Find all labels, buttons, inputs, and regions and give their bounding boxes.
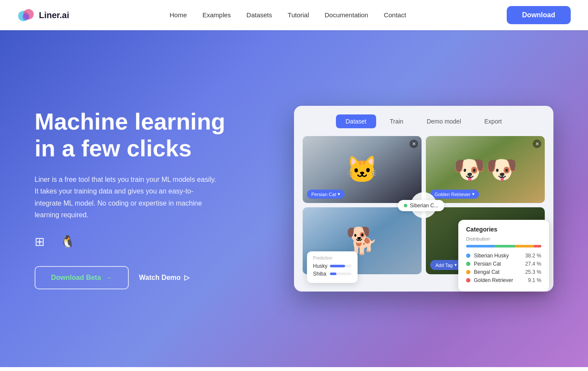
nav-datasets[interactable]: Datasets <box>246 11 272 19</box>
cat-dot-bengal <box>466 270 470 274</box>
close-cat-icon[interactable]: ✕ <box>409 140 418 148</box>
hero-actions: Download Beta → Watch Demo ▷ <box>35 266 242 289</box>
cat-name-bengal: Bengal Cat <box>474 269 522 275</box>
download-beta-label: Download Beta <box>51 274 101 282</box>
tab-export[interactable]: Export <box>475 114 511 128</box>
nav-links: Home Examples Datasets Tutorial Document… <box>169 11 406 19</box>
nav-contact[interactable]: Contact <box>384 11 406 19</box>
categories-card: Categories Distribution Siberian Husky 3… <box>458 220 549 292</box>
cat-pct-bengal: 25.3 % <box>525 269 541 275</box>
cat-name-persian: Persian Cat <box>474 261 522 267</box>
add-tag-puppy-chevron-icon: ▾ <box>454 262 457 268</box>
dist-seg-persian <box>495 245 515 247</box>
hero-title: Machine learning in a few clicks <box>35 108 242 162</box>
image-card-cat: 🐱 ✕ Persian Cat ▾ <box>303 136 422 203</box>
dist-seg-golden <box>534 245 541 247</box>
brand-logo-icon <box>17 6 35 24</box>
nav-tutorial[interactable]: Tutorial <box>288 11 309 19</box>
brand: Liner.ai <box>17 6 69 24</box>
pred-bar-bg-shiba <box>330 273 352 275</box>
hero-description: Liner is a free tool that lets you train… <box>35 174 216 221</box>
pred-label-husky: Husky <box>313 263 327 269</box>
tab-demo-model[interactable]: Demo model <box>417 114 470 128</box>
watch-demo-button[interactable]: Watch Demo ▷ <box>139 273 189 282</box>
cat-pct-persian: 27.4 % <box>525 261 541 267</box>
tooltip-dot-icon <box>404 204 407 207</box>
dogs-label-tag[interactable]: Golden Retriever ▾ <box>430 190 479 199</box>
dogs-label-chevron-icon: ▾ <box>472 191 475 197</box>
cat-pct-golden: 9.1 % <box>528 277 541 283</box>
windows-icon: ⊞ <box>35 235 45 249</box>
dist-seg-husky <box>466 245 495 247</box>
pred-row-husky: Husky <box>313 263 352 269</box>
cat-dot-husky <box>466 254 470 258</box>
prediction-title: Prediction <box>313 256 352 260</box>
cat-name-husky: Siberian Husky <box>474 253 522 259</box>
nav-home[interactable]: Home <box>169 11 187 19</box>
brand-name: Liner.ai <box>39 10 69 20</box>
pred-bar-bg-husky <box>330 265 352 267</box>
tooltip-bubble: Siberian C... <box>398 200 444 211</box>
cat-label-chevron-icon: ▾ <box>338 191 340 197</box>
cat-row-bengal: Bengal Cat 25.3 % <box>466 269 541 275</box>
pred-bar-fill-husky <box>330 265 345 267</box>
hero-section: Machine learning in a few clicks Liner i… <box>0 30 588 367</box>
prediction-card: Prediction Husky Shiba <box>307 251 358 283</box>
categories-subtitle: Distribution <box>466 236 541 241</box>
navbar-download-button[interactable]: Download <box>507 6 571 24</box>
image-card-dogs: 🐶🐶 ✕ Golden Retriever ▾ <box>426 136 545 203</box>
hero-right-preview: Dataset Train Demo model Export 🐱 ✕ Pers… <box>242 106 553 292</box>
cat-label-tag[interactable]: Persian Cat ▾ <box>307 190 345 199</box>
dogs-label-text: Golden Retriever <box>435 192 470 197</box>
navbar: Liner.ai Home Examples Datasets Tutorial… <box>0 0 588 30</box>
cat-row-golden: Golden Retriever 9.1 % <box>466 277 541 283</box>
categories-title: Categories <box>466 226 541 233</box>
linux-icon: 🐧 <box>60 235 75 249</box>
cat-row-husky: Siberian Husky 38.2 % <box>466 253 541 259</box>
close-dogs-icon[interactable]: ✕ <box>533 140 541 148</box>
cat-name-golden: Golden Retriever <box>474 277 524 283</box>
add-tag-puppy-button[interactable]: Add Tag ▾ <box>430 260 462 270</box>
watch-demo-label: Watch Demo <box>139 274 181 282</box>
add-tag-puppy-label: Add Tag <box>435 263 453 268</box>
images-wrapper: 🐱 ✕ Persian Cat ▾ 🐶🐶 ✕ Golden Retriever <box>303 136 545 274</box>
nav-examples[interactable]: Examples <box>202 11 231 19</box>
download-beta-arrow-icon: → <box>105 274 112 282</box>
hero-left-content: Machine learning in a few clicks Liner i… <box>35 108 242 289</box>
pred-bar-fill-shiba <box>330 273 336 275</box>
watch-demo-play-icon: ▷ <box>184 273 189 282</box>
tooltip-text: Siberian C... <box>410 203 438 209</box>
pred-row-shiba: Shiba <box>313 271 352 277</box>
dist-seg-bengal <box>515 245 534 247</box>
cat-dot-golden <box>466 278 470 282</box>
tab-train[interactable]: Train <box>380 114 413 128</box>
cat-row-persian: Persian Cat 27.4 % <box>466 261 541 267</box>
cat-label-text: Persian Cat <box>311 192 336 197</box>
svg-point-2 <box>22 13 29 20</box>
cat-pct-husky: 38.2 % <box>525 253 541 259</box>
download-beta-button[interactable]: Download Beta → <box>35 266 129 289</box>
platform-icons: ⊞ 🐧 <box>35 235 242 249</box>
app-preview-window: Dataset Train Demo model Export 🐱 ✕ Pers… <box>294 106 553 292</box>
app-tabs: Dataset Train Demo model Export <box>303 114 545 128</box>
tab-dataset[interactable]: Dataset <box>336 114 376 128</box>
pred-label-shiba: Shiba <box>313 271 327 277</box>
nav-documentation[interactable]: Documentation <box>325 11 368 19</box>
distribution-bar <box>466 245 541 247</box>
cat-dot-persian <box>466 262 470 266</box>
